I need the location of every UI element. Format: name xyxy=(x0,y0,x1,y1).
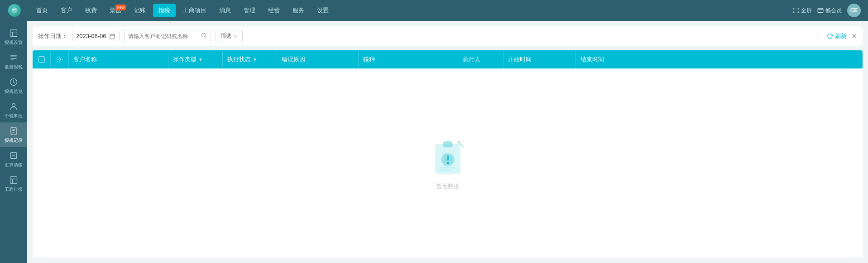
refresh-label: 刷新 xyxy=(835,32,847,40)
svg-point-10 xyxy=(59,58,61,60)
nav-client[interactable]: 客户 xyxy=(55,4,78,17)
main-layout: 报税设置 批量报税 报税总览 xyxy=(0,21,868,263)
svg-rect-2 xyxy=(10,30,17,37)
date-value: 2023-06-06 xyxy=(76,33,106,39)
th-op-type[interactable]: 操作类型 ▼ xyxy=(168,52,223,67)
nav-ledger[interactable]: 记账 xyxy=(129,4,151,17)
close-button[interactable]: ✕ xyxy=(851,32,857,40)
nav-business[interactable]: 工商项目 xyxy=(177,4,212,17)
search-button[interactable] xyxy=(197,30,211,42)
header-checkbox[interactable] xyxy=(38,56,45,63)
fullscreen-label: 全屏 xyxy=(801,7,812,15)
nav-right: 全屏 畅会员 CE xyxy=(793,4,861,17)
fullscreen-btn[interactable]: 全屏 xyxy=(793,7,812,15)
exec-status-filter-icon: ▼ xyxy=(253,57,257,62)
sidebar: 报税设置 批量报税 报税总览 xyxy=(0,21,27,263)
th-end-time: 结束时间 xyxy=(576,52,630,67)
tax-overview-icon xyxy=(9,77,19,87)
svg-rect-7 xyxy=(10,177,17,184)
filter-btn-label: 筛选 xyxy=(221,32,231,40)
sidebar-item-tax-record[interactable]: 报税记录 xyxy=(0,122,27,147)
svg-rect-21 xyxy=(440,167,456,168)
refresh-button[interactable]: 刷新 xyxy=(827,32,847,40)
nav-message[interactable]: 消息 xyxy=(214,4,236,17)
th-error-reason: 错误原因 xyxy=(277,52,359,67)
member-label: 畅会员 xyxy=(825,7,842,15)
table-body: 暂无数据 xyxy=(33,68,863,258)
th-exec-status[interactable]: 执行状态 ▼ xyxy=(223,52,277,67)
tax-record-icon xyxy=(9,126,19,136)
avatar[interactable]: CE xyxy=(847,4,861,17)
calc-tax-icon xyxy=(9,151,19,161)
nav-tax[interactable]: 报税 xyxy=(153,4,176,17)
svg-rect-8 xyxy=(110,34,115,39)
svg-rect-5 xyxy=(11,127,16,135)
nav-items: 首页 客户 收费 票据 new 记账 报税 工商项目 消息 管理 经营 服务 设… xyxy=(31,4,793,17)
sidebar-item-tax-overview[interactable]: 报税总览 xyxy=(0,73,27,98)
new-badge: new xyxy=(115,5,126,10)
search-input[interactable] xyxy=(125,31,197,41)
filter-button[interactable]: 筛选 xyxy=(216,30,243,42)
nav-settings[interactable]: 设置 xyxy=(312,4,334,17)
th-client-name: 客户名称 xyxy=(69,52,168,67)
op-type-filter-icon: ▼ xyxy=(198,57,203,62)
annual-report-icon xyxy=(9,175,19,185)
th-gear[interactable] xyxy=(51,52,69,67)
sidebar-item-calc-tax[interactable]: 汇算清缴 xyxy=(0,147,27,171)
content: 操作日期： 2023-06-06 筛选 xyxy=(27,21,868,263)
th-tax-type: 税种 xyxy=(359,52,458,67)
search-icon xyxy=(201,32,207,39)
sidebar-item-tax-settings[interactable]: 报税设置 xyxy=(0,24,27,49)
svg-point-4 xyxy=(12,103,15,107)
empty-state: 暂无数据 xyxy=(427,136,468,190)
chevron-down-icon xyxy=(233,34,238,39)
th-checkbox[interactable] xyxy=(33,53,51,66)
empty-text: 暂无数据 xyxy=(436,182,460,190)
logo[interactable] xyxy=(7,3,22,18)
th-start-time: 开始时间 xyxy=(504,52,576,67)
refresh-icon xyxy=(827,33,833,39)
sidebar-item-annual-report[interactable]: 工商年报 xyxy=(0,171,27,196)
member-btn[interactable]: 畅会员 xyxy=(817,7,842,15)
svg-point-0 xyxy=(15,9,17,10)
nav-service[interactable]: 服务 xyxy=(287,4,310,17)
nav-fee[interactable]: 收费 xyxy=(80,4,102,17)
nav-invoice[interactable]: 票据 new xyxy=(104,4,127,17)
batch-tax-icon xyxy=(9,53,19,63)
svg-point-18 xyxy=(446,162,449,164)
nav-manage[interactable]: 管理 xyxy=(238,4,261,17)
th-executor: 执行人 xyxy=(458,52,504,67)
svg-rect-22 xyxy=(440,170,451,170)
date-label: 操作日期： xyxy=(38,32,67,40)
calendar-icon xyxy=(109,33,115,39)
table: 客户名称 操作类型 ▼ 执行状态 ▼ 错误原因 税种 执行人 xyxy=(33,50,863,258)
personal-tax-icon xyxy=(9,102,19,112)
gear-icon xyxy=(56,56,63,63)
nav-home[interactable]: 首页 xyxy=(31,4,53,17)
svg-point-9 xyxy=(201,33,205,37)
search-box xyxy=(124,30,211,42)
svg-rect-1 xyxy=(818,8,823,12)
date-picker[interactable]: 2023-06-06 xyxy=(72,31,120,41)
empty-illustration xyxy=(427,136,468,177)
nav-operation[interactable]: 经营 xyxy=(263,4,285,17)
top-nav: 首页 客户 收费 票据 new 记账 报税 工商项目 消息 管理 经营 服务 设… xyxy=(0,0,868,21)
svg-rect-14 xyxy=(445,141,451,144)
sidebar-item-personal-tax[interactable]: 个税申报 xyxy=(0,98,27,122)
table-header: 客户名称 操作类型 ▼ 执行状态 ▼ 错误原因 税种 执行人 xyxy=(33,50,863,68)
svg-point-20 xyxy=(458,141,460,143)
svg-rect-17 xyxy=(446,155,448,160)
sidebar-item-batch-tax[interactable]: 批量报税 xyxy=(0,49,27,73)
tax-settings-icon xyxy=(9,28,19,38)
filter-bar: 操作日期： 2023-06-06 筛选 xyxy=(33,26,863,46)
